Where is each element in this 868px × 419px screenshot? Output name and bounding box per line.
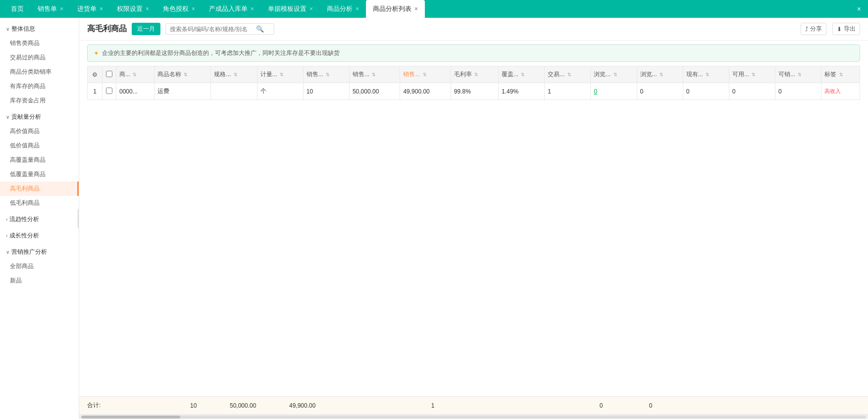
total-space1 [318,402,378,409]
row-views1[interactable]: 0 [591,83,637,100]
main-layout: « ∨ 整体信息 销售类商品 交易过的商品 商品分类助销率 有库存的商品 库存资… [0,18,868,419]
sidebar-item-low-value[interactable]: 低价值商品 [0,139,79,153]
sidebar-group-marketing-header[interactable]: ∨ 营销推广分析 [0,245,79,259]
nav-tab-sales[interactable]: 销售单 × [31,0,70,18]
close-purchase-tab[interactable]: × [100,5,103,12]
sidebar: « ∨ 整体信息 销售类商品 交易过的商品 商品分类助销率 有库存的商品 库存资… [0,18,79,419]
close-template-tab[interactable]: × [309,5,313,12]
sort-icon-spec: ⇅ [234,72,238,77]
sidebar-item-low-coverage[interactable]: 低覆盖量商品 [0,167,79,182]
th-trade[interactable]: 交易... ⇅ [545,66,591,83]
sort-icon-sellable: ⇅ [798,72,802,77]
nav-tab-analysis[interactable]: 商品分析 × [320,0,366,18]
close-sales-tab[interactable]: × [60,5,63,12]
sidebar-item-sales-goods[interactable]: 销售类商品 [0,36,79,50]
time-filter-month-button[interactable]: 近一月 [132,23,160,35]
sidebar-item-new-goods[interactable]: 新品 [0,274,79,288]
search-icon[interactable]: 🔍 [256,25,264,33]
sort-icon-unit: ⇅ [280,72,284,77]
bottom-scrollbar[interactable] [79,414,868,419]
table-wrapper: ⚙ 商... ⇅ 商品名称 ⇅ [79,66,868,396]
sidebar-group-overview: ∨ 整体信息 销售类商品 交易过的商品 商品分类助销率 有库存的商品 库存资金占… [0,22,79,108]
chevron-right-icon-2: › [6,233,7,238]
th-settings[interactable]: ⚙ [88,66,102,83]
sidebar-item-in-stock[interactable]: 有库存的商品 [0,79,79,93]
sidebar-item-low-margin[interactable]: 低毛利商品 [0,196,79,210]
sidebar-group-marketing: ∨ 营销推广分析 全部商品 新品 [0,245,79,288]
th-checkbox[interactable] [102,66,116,83]
scrollbar-thumb[interactable] [81,416,180,419]
nav-tab-analysis-list[interactable]: 商品分析列表 × [366,0,425,18]
sidebar-collapse-button[interactable]: « [78,209,79,229]
sidebar-group-contribution-header[interactable]: ∨ 贡献量分析 [0,110,79,124]
nav-tab-home[interactable]: 首页 [4,0,31,18]
sidebar-item-high-coverage[interactable]: 高覆盖量商品 [0,153,79,167]
th-current-stock[interactable]: 现有... ⇅ [683,66,729,83]
sort-icon-views2: ⇅ [660,72,664,77]
total-sales-qty: 10 [140,402,200,409]
nav-tab-purchase[interactable]: 进货单 × [70,0,110,18]
th-tag[interactable]: 标签 ⇅ [821,66,860,83]
nav-tab-inbound[interactable]: 产成品入库单 × [202,0,261,18]
close-inbound-tab[interactable]: × [251,5,254,12]
sidebar-item-stock-capital[interactable]: 库存资金占用 [0,93,79,108]
sidebar-group-growth-header[interactable]: › 成长性分析 [0,229,79,243]
top-navigation: 首页 销售单 × 进货单 × 权限设置 × 角色授权 × 产成品入库单 × 单据… [0,0,868,18]
th-spec[interactable]: 规格... ⇅ [211,66,257,83]
select-all-checkbox[interactable] [106,71,112,77]
th-gross-margin[interactable]: 毛利率 ⇅ [451,66,498,83]
row-trade: 1 [545,83,591,100]
th-views2[interactable]: 浏览... ⇅ [637,66,683,83]
close-analysis-list-tab[interactable]: × [414,5,418,12]
info-icon: ✦ [94,49,99,57]
sidebar-item-high-margin[interactable]: 高毛利商品 [0,182,79,196]
th-name[interactable]: 商品名称 ⇅ [154,66,211,83]
th-unit[interactable]: 计量... ⇅ [257,66,303,83]
sidebar-group-contribution: ∨ 贡献量分析 高价值商品 低价值商品 高覆盖量商品 低覆盖量商品 高毛利商品 … [0,110,79,210]
close-roles-tab[interactable]: × [192,5,195,12]
sort-icon-sales-qty: ⇅ [326,72,330,77]
sort-icon-trade: ⇅ [567,72,571,77]
sidebar-group-growth: › 成长性分析 [0,229,79,243]
sort-icon-available: ⇅ [752,72,756,77]
search-input[interactable] [170,26,254,33]
sort-icon-tag: ⇅ [839,72,843,77]
th-sales-amt[interactable]: 销售... ⇅ [349,66,400,83]
th-sales-qty[interactable]: 销售... ⇅ [303,66,349,83]
th-code[interactable]: 商... ⇅ [116,66,154,83]
th-available[interactable]: 可用... ⇅ [729,66,775,83]
sort-icon-name: ⇅ [184,72,188,77]
sidebar-item-high-value[interactable]: 高价值商品 [0,124,79,139]
sidebar-item-all-goods[interactable]: 全部商品 [0,259,79,274]
page-title: 高毛利商品 [87,24,127,34]
content-area: 高毛利商品 近一月 🔍 ⤴ 分享 ⬇ 导出 ✦ 企业的主要的利润都是这部分商品创… [79,18,868,419]
th-sales-profit[interactable]: 销售... ⇅ [400,66,451,83]
th-sellable[interactable]: 可销... ⇅ [775,66,821,83]
table-row: 1 0000... 运费 个 10 50,000.00 49,900.00 99… [88,83,860,100]
sidebar-group-overview-header[interactable]: ∨ 整体信息 [0,22,79,36]
nav-tab-template[interactable]: 单据模板设置 × [261,0,320,18]
total-space2 [437,402,497,409]
close-analysis-tab[interactable]: × [356,5,359,12]
sidebar-item-traded-goods[interactable]: 交易过的商品 [0,50,79,65]
export-button[interactable]: ⬇ 导出 [832,23,860,35]
row-views2: 0 [637,83,683,100]
sidebar-group-trend-header[interactable]: › 流趋性分析 [0,212,79,227]
total-cells: 10 50,000.00 49,900.00 1 0 0 [140,402,655,409]
share-button[interactable]: ⤴ 分享 [801,23,826,35]
footer-total: 合计: 10 50,000.00 49,900.00 1 0 0 [79,396,868,414]
th-coverage[interactable]: 覆盖... ⇅ [499,66,545,83]
row-checkbox-cell[interactable] [102,83,116,100]
th-views1[interactable]: 浏览... ⇅ [591,66,637,83]
sidebar-item-category-rate[interactable]: 商品分类助销率 [0,65,79,79]
nav-tab-permissions[interactable]: 权限设置 × [110,0,156,18]
row-gross-margin: 99.8% [451,83,498,100]
window-close-btn[interactable]: × [854,4,864,14]
row-sales-amt: 50,000.00 [349,83,400,100]
close-permissions-tab[interactable]: × [146,5,149,12]
row-num: 1 [88,83,102,100]
row-checkbox[interactable] [106,88,112,94]
row-spec [211,83,257,100]
row-available: 0 [729,83,775,100]
nav-tab-roles[interactable]: 角色授权 × [156,0,202,18]
